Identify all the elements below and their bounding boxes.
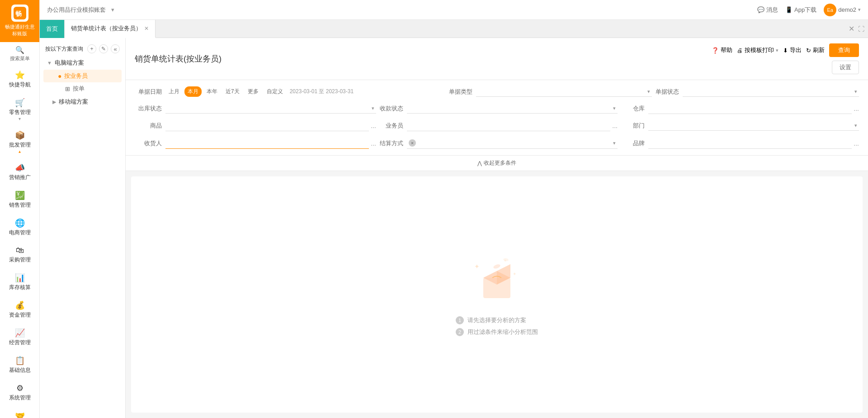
filter-row-3: 商品 ... 业务员 ... 部门 ▾ — [135, 120, 859, 131]
quick-nav-icon: ⭐ — [15, 70, 25, 80]
refresh-icon: ↻ — [806, 47, 811, 54]
edit-scheme-btn[interactable]: ✎ — [99, 44, 108, 53]
tab-sales-stat[interactable]: 销货单统计表（按业务员） ✕ — [65, 20, 156, 38]
tab-close-icon[interactable]: ✕ — [144, 25, 149, 32]
sidebar-item-sales[interactable]: 💹 销售管理 — [0, 186, 39, 214]
sidebar-item-quick-nav[interactable]: ⭐ 快捷导航 — [0, 66, 39, 93]
receiver-label: 收货人 — [135, 139, 162, 147]
user-avatar: Ea — [824, 4, 836, 16]
sidebar-item-finance[interactable]: 💰 资金管理 — [0, 296, 39, 323]
sidebar-item-wholesale[interactable]: 📦 批发管理 ▴ — [0, 126, 39, 158]
brand-more-icon[interactable]: ... — [854, 140, 859, 147]
print-dropdown-icon: ▾ — [776, 48, 778, 53]
ecommerce-icon: 🌐 — [15, 218, 25, 228]
add-scheme-btn[interactable]: + — [87, 44, 96, 53]
operations-icon: 📈 — [15, 328, 25, 338]
filter-row-4: 收货人 ... 结算方式 × ▾ 品牌 ... — [135, 138, 859, 149]
date-btn-custom[interactable]: 自定义 — [264, 86, 286, 97]
right-panel: 销货单统计表(按业务员) ❓ 帮助 🖨 按模板打印 — [126, 38, 868, 418]
date-btn-7days[interactable]: 近7天 — [222, 86, 243, 97]
doc-status-select[interactable]: ▾ — [683, 87, 859, 97]
marketing-icon: 📣 — [15, 163, 25, 173]
help-icon: ❓ — [712, 47, 719, 54]
receiver-more-icon[interactable]: ... — [371, 140, 376, 147]
date-btn-this-year[interactable]: 本年 — [203, 86, 221, 97]
department-select[interactable]: ▾ — [648, 121, 859, 131]
print-btn[interactable]: 🖨 按模板打印 ▾ — [737, 46, 778, 54]
filter-doc-status: 单据状态 ▾ — [652, 87, 859, 97]
filter-date: 单据日期 上月 本月 本年 近7天 更多 自定义 2023-03-01 至 20… — [135, 86, 445, 97]
filter-goods: 商品 ... — [135, 120, 376, 131]
tree-desktop[interactable]: ▼ 电脑端方案 — [43, 56, 122, 70]
warehouse-more-icon[interactable]: ... — [854, 105, 859, 112]
step-1-num: 1 — [456, 316, 464, 324]
message-btn[interactable]: 💬 消息 — [757, 6, 778, 14]
collapse-panel-btn[interactable]: « — [111, 44, 120, 53]
svg-point-8 — [493, 264, 501, 270]
sidebar-item-search[interactable]: 🔍 搜索菜单 — [0, 42, 39, 66]
date-btn-last-month[interactable]: 上月 — [165, 86, 183, 97]
step-2-text: 用过滤条件来缩小分析范围 — [467, 328, 538, 336]
empty-step-1: 1 请先选择要分析的方案 — [456, 316, 538, 324]
payment-status-arrow-icon: ▾ — [613, 105, 616, 111]
sidebar-item-cooperation[interactable]: 🤝 企业协同 — [0, 406, 39, 418]
tree-desktop-label: 电脑端方案 — [55, 59, 84, 67]
tree-mobile[interactable]: ▶ 移动端方案 — [43, 95, 122, 109]
warehouse-label: 仓库 — [618, 104, 645, 113]
header-dropdown-arrow[interactable]: ▾ — [111, 6, 114, 13]
step-2-num: 2 — [456, 328, 464, 336]
export-btn[interactable]: ⬇ 导出 — [783, 46, 802, 54]
filter-payment-status: 收款状态 ▾ — [376, 104, 618, 114]
mobile-expand-arrow-icon: ▶ — [52, 99, 56, 105]
sidebar-item-ecommerce[interactable]: 🌐 电商管理 — [0, 214, 39, 241]
content-area: 按以下方案查询 + ✎ « ▼ 电脑端方案 ● 按业务员 ⊞ 按单 — [40, 38, 868, 418]
sidebar-item-basic[interactable]: 📋 基础信息 — [0, 351, 39, 379]
panel-header-label: 按以下方案查询 — [45, 45, 83, 53]
window-maximize-icon[interactable]: ⛶ — [858, 25, 864, 33]
sidebar-item-purchase[interactable]: 🛍 采购管理 — [0, 241, 39, 268]
goods-input[interactable] — [165, 120, 369, 131]
query-button[interactable]: 查询 — [829, 43, 859, 57]
user-menu[interactable]: Ea demo2 ▾ — [824, 4, 861, 16]
sidebar-item-inventory[interactable]: 📊 库存核算 — [0, 268, 39, 296]
sidebar-item-marketing[interactable]: 📣 营销推广 — [0, 158, 39, 186]
tree-child-salesperson[interactable]: ● 按业务员 — [43, 70, 122, 82]
page-title: 销货单统计表(按业务员) — [135, 53, 222, 64]
tab-home[interactable]: 首页 — [40, 20, 65, 38]
retail-icon: 🛒 — [15, 98, 25, 108]
out-status-select[interactable]: ▾ — [165, 104, 376, 114]
doc-type-select[interactable]: ▾ — [476, 87, 652, 97]
svg-text:畅: 畅 — [15, 10, 22, 17]
settlement-clear-icon[interactable]: × — [409, 139, 416, 147]
collapse-filters-btn[interactable]: ⋀ 收起更多条件 — [126, 156, 868, 171]
settlement-select[interactable]: × ▾ — [407, 138, 618, 149]
filter-receiver: 收货人 ... — [135, 138, 376, 149]
receiver-input[interactable] — [165, 138, 369, 149]
date-btn-more[interactable]: 更多 — [245, 86, 262, 97]
app-download-btn[interactable]: 📱 App下载 — [785, 6, 816, 14]
filter-row-1: 单据日期 上月 本月 本年 近7天 更多 自定义 2023-03-01 至 20… — [135, 86, 859, 97]
window-close-icon[interactable]: ✕ — [849, 24, 854, 33]
sidebar-item-system[interactable]: ⚙ 系统管理 — [0, 379, 39, 406]
page-header: 销货单统计表(按业务员) ❓ 帮助 🖨 按模板打印 — [126, 38, 868, 80]
wholesale-icon: 📦 — [15, 130, 25, 140]
refresh-btn[interactable]: ↻ 刷新 — [806, 46, 825, 54]
logo-icon: 畅 — [11, 5, 28, 22]
salesperson-input[interactable] — [407, 120, 610, 131]
sidebar-item-operations[interactable]: 📈 经营管理 — [0, 323, 39, 351]
date-btn-this-month[interactable]: 本月 — [184, 86, 202, 97]
collapse-up-icon: ⋀ — [477, 160, 482, 166]
search-icon: 🔍 — [15, 46, 24, 54]
help-btn[interactable]: ❓ 帮助 — [712, 46, 732, 54]
goods-more-icon[interactable]: ... — [371, 122, 376, 129]
sidebar-logo[interactable]: 畅 畅捷通好生意 标账版 — [0, 0, 39, 42]
salesperson-more-icon[interactable]: ... — [612, 122, 618, 129]
brand-input[interactable] — [648, 138, 852, 149]
active-scheme-icon: ● — [58, 72, 61, 80]
tree-sub-order[interactable]: ⊞ 按单 — [43, 82, 122, 95]
sidebar-item-retail[interactable]: 🛒 零售管理 ▾ — [0, 93, 39, 126]
settings-button[interactable]: 设置 — [832, 61, 859, 74]
date-filter: 上月 本月 本年 近7天 更多 自定义 2023-03-01 至 2023-03… — [165, 86, 445, 97]
payment-status-select[interactable]: ▾ — [407, 104, 618, 114]
warehouse-input[interactable] — [648, 103, 852, 114]
